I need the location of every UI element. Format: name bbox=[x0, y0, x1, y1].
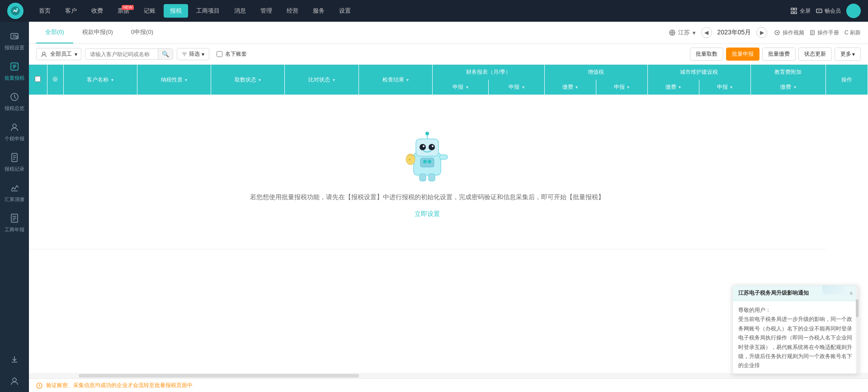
sidebar-label-tax-settings: 报税设置 bbox=[5, 44, 24, 51]
sidebar-item-tax-settings[interactable]: 报税设置 bbox=[0, 25, 29, 56]
sidebar-item-batch-tax[interactable]: 批量报税 bbox=[0, 56, 29, 86]
warning-text: 验证账密、采集信息均成功的企业才会流转至批量报税页面中 bbox=[46, 382, 193, 389]
tax-records-icon bbox=[8, 151, 21, 164]
filter-btn[interactable]: 筛选 ▾ bbox=[177, 48, 209, 60]
scrollbar-thumb[interactable] bbox=[79, 374, 359, 378]
more-btn[interactable]: 更多 ▾ bbox=[835, 48, 861, 61]
batch-pay-btn[interactable]: 批量缴费 bbox=[762, 48, 796, 61]
prev-month-btn[interactable]: ◀ bbox=[701, 27, 712, 38]
svg-rect-5 bbox=[794, 12, 797, 14]
action-btns: 批量取数 批量申报 批量缴费 状态更新 更多 ▾ bbox=[690, 48, 861, 61]
sidebar-item-personal-tax[interactable]: 个税申报 bbox=[0, 116, 29, 147]
sidebar-label-personal-tax: 个税申报 bbox=[5, 135, 24, 142]
employee-icon bbox=[40, 51, 47, 58]
svg-point-25 bbox=[429, 144, 435, 150]
tab-zero-declare[interactable]: 0申报(0) bbox=[122, 22, 162, 43]
notif-scroll-thumb bbox=[856, 299, 859, 317]
th-finance-report: 财务报表（月/季） bbox=[433, 65, 545, 80]
fullscreen-btn[interactable]: 全屏 bbox=[791, 7, 810, 15]
settings-gear-icon[interactable] bbox=[52, 76, 58, 82]
th-vat-pay: 缴费 ▾ bbox=[544, 80, 596, 95]
empty-state: ¥ 若您想使用批量报税功能，请先在【报税设置】中进行报税的初始化设置 bbox=[33, 98, 821, 245]
sidebar-item-tax-overview[interactable]: 报税总览 bbox=[0, 86, 29, 116]
nav-fee[interactable]: 收费 bbox=[85, 4, 109, 18]
tab-tax-declare[interactable]: 税款申报(0) bbox=[73, 22, 122, 43]
sidebar-item-tax-records[interactable]: 报税记录 bbox=[0, 147, 29, 177]
notification-body: 尊敬的用户： 受当前电子税务局进一步升级的影响，同一个政务网账号（办税人）名下的… bbox=[733, 301, 859, 373]
setup-link[interactable]: 立即设置 bbox=[415, 210, 440, 218]
manual-btn[interactable]: 操作手册 bbox=[810, 29, 839, 37]
batch-tax-icon bbox=[8, 60, 21, 73]
svg-point-21 bbox=[54, 78, 57, 80]
svg-rect-35 bbox=[429, 174, 435, 181]
notif-scrollbar[interactable] bbox=[856, 286, 859, 373]
sidebar-item-settlement[interactable]: 汇算清缴 bbox=[0, 177, 29, 207]
member-btn[interactable]: 畅会员 bbox=[816, 7, 841, 15]
sidebar-label-settlement: 汇算清缴 bbox=[5, 196, 24, 203]
svg-marker-18 bbox=[777, 32, 778, 33]
bottom-bar: 验证账密、采集信息均成功的企业才会流转至批量报税页面中 bbox=[29, 378, 868, 392]
video-btn[interactable]: 操作视频 bbox=[774, 29, 804, 37]
batch-declare-btn[interactable]: 批量申报 bbox=[726, 48, 760, 61]
svg-rect-4 bbox=[791, 12, 793, 14]
sidebar-item-annual-report[interactable]: 工商年报 bbox=[0, 207, 29, 238]
account-checkbox[interactable] bbox=[217, 51, 222, 57]
svg-rect-23 bbox=[416, 139, 439, 156]
nav-settings[interactable]: 设置 bbox=[333, 4, 357, 18]
empty-state-cell: ¥ 若您想使用批量报税功能，请先在【报税设置】中进行报税的初始化设置 bbox=[29, 95, 826, 249]
svg-point-24 bbox=[420, 144, 426, 150]
region-selector[interactable]: 江苏 ▾ bbox=[669, 29, 696, 37]
refresh-btn[interactable]: C 刷新 bbox=[844, 29, 861, 37]
checkbox-label: 名下账套 bbox=[225, 50, 247, 58]
svg-point-11 bbox=[13, 124, 16, 128]
svg-rect-3 bbox=[794, 8, 797, 10]
svg-point-26 bbox=[423, 145, 425, 147]
nav-customer[interactable]: 客户 bbox=[59, 4, 83, 18]
notification-subtitle: 尊敬的用户： bbox=[738, 306, 853, 315]
nav-operation[interactable]: 经营 bbox=[280, 4, 305, 18]
sidebar-item-download[interactable] bbox=[0, 349, 29, 370]
nav-accounting[interactable]: 记账 bbox=[137, 4, 162, 18]
th-edu-declare: 申报 ▾ bbox=[699, 80, 750, 95]
notification-close-btn[interactable]: × bbox=[849, 290, 853, 297]
tax-settings-icon bbox=[8, 30, 21, 43]
svg-rect-34 bbox=[420, 174, 426, 181]
svg-rect-31 bbox=[439, 155, 448, 159]
nav-tax[interactable]: 报税 bbox=[164, 4, 188, 18]
nav-invoice[interactable]: 票据 NEW bbox=[111, 4, 136, 18]
notification-panel: 江苏电子税务局升级影响通知 × 尊敬的用户： 受当前电子税务局进一步升级的影响，… bbox=[732, 285, 859, 374]
nav-management[interactable]: 管理 bbox=[254, 4, 278, 18]
th-city-tax: 城市维护建设税 bbox=[647, 65, 750, 80]
nav-business[interactable]: 工商项目 bbox=[190, 4, 226, 18]
logo[interactable] bbox=[7, 3, 24, 19]
svg-rect-36 bbox=[420, 158, 434, 167]
nav-message[interactable]: 消息 bbox=[228, 4, 252, 18]
svg-rect-2 bbox=[791, 8, 793, 10]
empty-message: 若您想使用批量报税功能，请先在【报税设置】中进行报税的初始化设置，完成密码验证和… bbox=[250, 191, 604, 203]
nav-service[interactable]: 服务 bbox=[307, 4, 331, 18]
nav-items: 首页 客户 收费 票据 NEW 记账 报税 工商项目 消息 管理 经营 服务 设… bbox=[33, 4, 791, 18]
download-icon bbox=[8, 353, 21, 366]
status-update-btn[interactable]: 状态更新 bbox=[798, 48, 832, 61]
th-action: 操作 bbox=[826, 65, 868, 95]
svg-point-15 bbox=[13, 378, 16, 382]
sidebar-label-tax-overview: 报税总览 bbox=[5, 105, 24, 112]
search-input[interactable] bbox=[85, 49, 158, 59]
batch-fetch-btn[interactable]: 批量取数 bbox=[690, 48, 723, 61]
user-avatar[interactable] bbox=[846, 4, 861, 18]
employee-select[interactable]: 全部员工 ▾ bbox=[36, 48, 81, 60]
sidebar-item-profile[interactable] bbox=[0, 370, 29, 392]
filter-icon bbox=[182, 52, 187, 57]
employee-select-arrow: ▾ bbox=[75, 51, 77, 57]
next-month-btn[interactable]: ▶ bbox=[756, 27, 767, 38]
th-edu-surcharge: 教育费附加 bbox=[750, 65, 826, 80]
svg-text:¥: ¥ bbox=[408, 158, 411, 162]
region-arrow: ▾ bbox=[693, 29, 696, 36]
tab-all[interactable]: 全部(0) bbox=[36, 22, 73, 43]
select-all-checkbox[interactable] bbox=[35, 76, 41, 82]
tab-bar: 全部(0) 税款申报(0) 0申报(0) 江苏 ▾ ◀ bbox=[29, 22, 868, 44]
nav-home[interactable]: 首页 bbox=[33, 4, 57, 18]
search-btn[interactable]: 🔍 bbox=[158, 49, 173, 59]
filter-bar: 全部员工 ▾ 🔍 筛选 ▾ 名下账套 批量取数 批量申报 批量缴 bbox=[29, 44, 868, 65]
th-tax-type: 纳税性质 ▾ bbox=[137, 65, 211, 95]
